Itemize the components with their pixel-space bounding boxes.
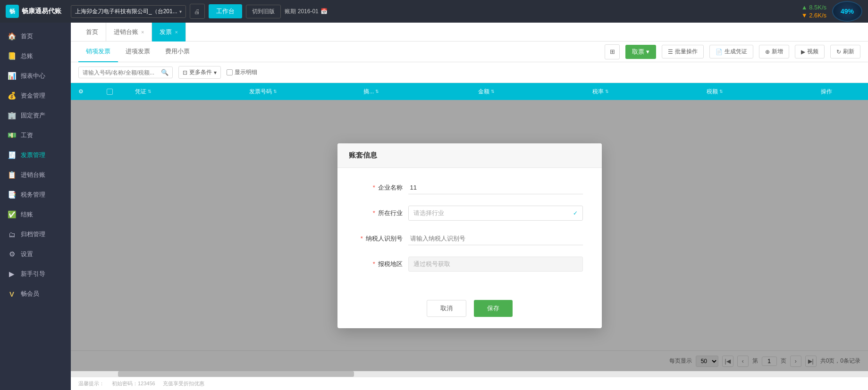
th-voucher[interactable]: 凭证 ⇅ xyxy=(131,88,245,96)
sidebar-item-vip[interactable]: V 畅会员 xyxy=(0,284,71,304)
tax-icon: 📑 xyxy=(8,191,16,199)
sidebar-item-sales-ledger[interactable]: 📋 进销台账 xyxy=(0,165,71,185)
th-tax-rate-sort[interactable]: ⇅ xyxy=(605,89,609,94)
required-star: * xyxy=(373,184,375,191)
show-detail-checkbox[interactable] xyxy=(227,69,233,75)
tab-invoice-label: 发票 xyxy=(160,28,172,36)
th-invoice-num[interactable]: 发票号码 ⇅ xyxy=(245,88,360,96)
get-ticket-label: 取票 xyxy=(632,48,644,56)
th-checkbox[interactable] xyxy=(103,89,131,95)
th-tax-rate[interactable]: 税率 ⇅ xyxy=(589,88,703,96)
sub-tab-purchase[interactable]: 进项发票 xyxy=(118,41,158,62)
video-label: 视频 xyxy=(807,48,818,56)
filter-icon: ⊡ xyxy=(183,69,187,76)
batch-op-button[interactable]: ☰ 批量操作 xyxy=(662,45,704,58)
calendar-icon[interactable]: 📅 xyxy=(320,8,328,15)
sub-tab-purchase-label: 进项发票 xyxy=(126,47,150,56)
sidebar-item-fund[interactable]: 💰 资金管理 xyxy=(0,86,71,106)
workbench-button[interactable]: 工作台 xyxy=(209,4,242,18)
sidebar-label-fund: 资金管理 xyxy=(21,91,45,100)
th-action: 操作 xyxy=(817,88,864,96)
tab-sales-ledger-close[interactable]: × xyxy=(141,29,144,35)
video-button[interactable]: ▶ 视频 xyxy=(795,45,825,58)
sub-tab-expense-label: 费用小票 xyxy=(165,47,190,56)
required-star-region: * xyxy=(373,260,375,267)
th-abstract-sort[interactable]: ⇅ xyxy=(375,89,379,94)
more-conditions-button[interactable]: ⊡ 更多条件 ▾ xyxy=(178,66,221,79)
modal-overlay[interactable]: 账套信息 * 企业名称 xyxy=(71,100,868,371)
settings-icon: ⚙ xyxy=(8,250,16,258)
sidebar-item-ledger[interactable]: 📒 总账 xyxy=(0,46,71,66)
th-amount-sort[interactable]: ⇅ xyxy=(491,89,495,94)
th-voucher-sort[interactable]: ⇅ xyxy=(148,89,152,94)
th-invoice-num-sort[interactable]: ⇅ xyxy=(273,89,277,94)
company-name-input[interactable] xyxy=(408,181,583,194)
tax-region-disabled: 通过税号获取 xyxy=(408,257,583,272)
horizontal-scrollbar[interactable] xyxy=(71,371,868,377)
sidebar-item-guide[interactable]: ▶ 新手引导 xyxy=(0,264,71,284)
sidebar-label-assets: 固定资产 xyxy=(21,111,45,120)
report-icon: 📊 xyxy=(8,72,16,80)
th-abstract[interactable]: 摘... ⇅ xyxy=(360,88,474,96)
th-abstract-label: 摘... xyxy=(363,88,374,96)
th-settings[interactable]: ⚙ xyxy=(75,88,103,95)
tab-invoice[interactable]: 发票 × xyxy=(152,23,185,41)
tab-sales-ledger[interactable]: 进销台账 × xyxy=(106,23,152,41)
fund-icon: 💰 xyxy=(8,91,16,100)
speed-up: ▲ 8.5K/s xyxy=(801,4,826,11)
industry-placeholder: 请选择行业 xyxy=(413,209,444,217)
th-amount-label: 金额 xyxy=(478,88,489,96)
scrollbar-thumb[interactable] xyxy=(118,371,354,377)
refresh-label: 刷新 xyxy=(843,48,854,56)
search-icon[interactable]: 🔍 xyxy=(161,69,169,76)
th-amount[interactable]: 金额 ⇅ xyxy=(474,88,589,96)
app-layout: 🏠 首页 📒 总账 📊 报表中心 💰 资金管理 🏢 固定资产 💵 工资 🧾 发票… xyxy=(0,23,868,390)
save-button[interactable]: 保存 xyxy=(474,300,513,317)
video-icon: ▶ xyxy=(801,49,805,55)
gen-voucher-button[interactable]: 📄 生成凭证 xyxy=(709,45,753,58)
grid-layout-btn[interactable]: ⊞ xyxy=(605,44,620,59)
new-label: 新增 xyxy=(772,48,783,56)
get-ticket-button[interactable]: 取票 ▾ xyxy=(625,45,656,59)
app-name: 畅康通易代账 xyxy=(22,7,61,16)
sub-toolbar: 销项发票 进项发票 费用小票 ⊞ 取票 ▾ ☰ 批量操作 xyxy=(71,41,868,62)
sidebar-item-archive[interactable]: 🗂 归档管理 xyxy=(0,224,71,244)
switch-old-button[interactable]: 切到旧版 xyxy=(246,5,281,18)
sidebar-item-settle[interactable]: ✅ 结账 xyxy=(0,205,71,224)
grid-icon: ⊞ xyxy=(610,48,615,55)
tax-id-input[interactable] xyxy=(408,232,583,245)
cancel-button[interactable]: 取消 xyxy=(427,300,466,317)
main-content: 首页 进销台账 × 发票 × 销项发票 进项发票 费用小票 xyxy=(71,23,868,390)
select-all-checkbox[interactable] xyxy=(107,89,113,95)
th-tax-amount[interactable]: 税额 ⇅ xyxy=(703,88,817,96)
sidebar-item-invoice[interactable]: 🧾 发票管理 xyxy=(0,145,71,165)
sidebar-label-settings: 设置 xyxy=(21,250,33,258)
th-tax-rate-label: 税率 xyxy=(592,88,604,96)
sidebar-item-report[interactable]: 📊 报表中心 xyxy=(0,66,71,86)
topbar: 畅 畅康通易代账 上海卯金刀电子科技有限公司_（台201... ▾ 🖨 工作台 … xyxy=(0,0,868,23)
sub-tab-expense[interactable]: 费用小票 xyxy=(158,41,197,62)
print-icon-btn[interactable]: 🖨 xyxy=(190,4,205,19)
sidebar-item-settings[interactable]: ⚙ 设置 xyxy=(0,244,71,264)
new-button[interactable]: ⊕ 新增 xyxy=(759,45,789,58)
industry-select[interactable]: 请选择行业 ✓ xyxy=(408,206,583,221)
tab-invoice-close[interactable]: × xyxy=(175,29,177,35)
tab-home[interactable]: 首页 xyxy=(78,23,106,41)
settle-icon: ✅ xyxy=(8,210,16,219)
refresh-button[interactable]: ↻ 刷新 xyxy=(830,45,860,58)
search-wrap: 🔍 xyxy=(78,66,173,78)
speed-down: ▼ 2.6K/s xyxy=(801,12,826,19)
sidebar-item-tax[interactable]: 📑 税务管理 xyxy=(0,185,71,205)
sidebar-item-salary[interactable]: 💵 工资 xyxy=(0,125,71,145)
sub-tab-sales[interactable]: 销项发票 xyxy=(78,41,118,62)
modal-header: 账套信息 xyxy=(337,143,602,168)
period-label: 账期 xyxy=(285,8,296,16)
th-tax-amount-sort[interactable]: ⇅ xyxy=(719,89,723,94)
settings-col-icon: ⚙ xyxy=(78,88,84,95)
sidebar-label-report: 报表中心 xyxy=(21,72,45,80)
sidebar-item-home[interactable]: 🏠 首页 xyxy=(0,26,71,46)
company-selector[interactable]: 上海卯金刀电子科技有限公司_（台201... ▾ xyxy=(71,5,186,18)
sidebar-item-assets[interactable]: 🏢 固定资产 xyxy=(0,106,71,125)
show-detail-toggle[interactable]: 显示明细 xyxy=(227,68,257,76)
search-input[interactable] xyxy=(83,69,161,76)
